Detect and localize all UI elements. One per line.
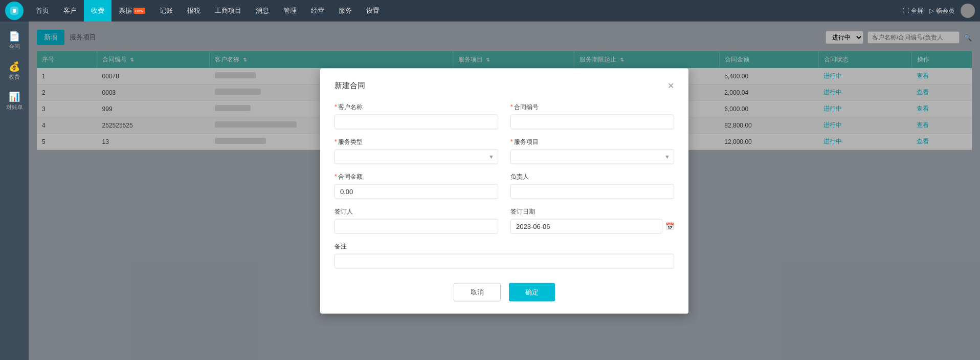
input-signer[interactable] — [335, 219, 498, 234]
main-layout: 📄 合同 💰 收费 📊 对账单 新增 服务项目 进行中 已完成 已取消 🔍 — [0, 22, 980, 360]
nav-invoice[interactable]: 票据 new — [112, 0, 152, 22]
close-icon[interactable]: ✕ — [667, 80, 674, 90]
field-service-type: *服务类型 ▼ — [335, 137, 498, 164]
sidebar: 📄 合同 💰 收费 📊 对账单 — [0, 22, 29, 360]
input-contract-amount[interactable] — [335, 184, 498, 199]
field-contract-amount: *合同金额 — [335, 172, 498, 199]
input-remark[interactable] — [335, 253, 674, 268]
nav-settings[interactable]: 设置 — [359, 0, 387, 22]
new-contract-modal: 新建合同 ✕ *客户名称 *合同编号 — [320, 68, 688, 313]
fullscreen-button[interactable]: ⛶ 全屏 — [903, 7, 923, 15]
nav-tax[interactable]: 报税 — [180, 0, 208, 22]
label-signer: 签订人 — [335, 207, 498, 216]
service-item-select-wrap: ▼ — [510, 149, 674, 164]
input-sign-date[interactable] — [510, 219, 662, 234]
field-customer-name: *客户名称 — [335, 102, 498, 129]
billing-icon: 💰 — [9, 61, 20, 72]
nav-message[interactable]: 消息 — [249, 0, 276, 22]
sidebar-label-contract: 合同 — [9, 43, 20, 51]
field-remark: 备注 — [335, 242, 674, 268]
statement-icon: 📊 — [9, 91, 20, 102]
nav-bookkeeping[interactable]: 记账 — [152, 0, 180, 22]
field-responsible: 负责人 — [510, 172, 674, 199]
field-contract-code: *合同编号 — [510, 102, 674, 129]
modal-title: 新建合同 — [335, 80, 365, 90]
top-navigation: 首页 客户 收费 票据 new 记账 报税 工商项目 消息 管理 经营 服务 设… — [0, 0, 980, 22]
service-type-select-wrap: ▼ — [335, 149, 498, 164]
confirm-button[interactable]: 确定 — [509, 283, 555, 301]
sidebar-item-statement[interactable]: 📊 对账单 — [2, 87, 27, 115]
nav-billing[interactable]: 收费 — [84, 0, 112, 22]
sidebar-label-billing: 收费 — [9, 73, 20, 81]
input-customer-name[interactable] — [335, 114, 498, 129]
label-remark: 备注 — [335, 242, 674, 250]
field-signer: 签订人 — [335, 207, 498, 234]
input-service-type[interactable] — [335, 149, 498, 164]
nav-service[interactable]: 服务 — [331, 0, 359, 22]
nav-business[interactable]: 工商项目 — [208, 0, 249, 22]
label-customer-name: *客户名称 — [335, 102, 498, 111]
contract-icon: 📄 — [9, 31, 20, 42]
field-service-item: *服务项目 ▼ — [510, 137, 674, 164]
input-responsible[interactable] — [510, 184, 674, 199]
cancel-button[interactable]: 取消 — [454, 283, 501, 301]
play-icon: ▷ — [929, 7, 934, 14]
fullscreen-icon: ⛶ — [903, 7, 909, 14]
modal-header: 新建合同 ✕ — [335, 80, 674, 90]
member-button[interactable]: ▷ 畅会员 — [929, 7, 954, 15]
sidebar-item-contract[interactable]: 📄 合同 — [2, 27, 27, 55]
field-sign-date: 签订日期 📅 — [510, 207, 674, 234]
input-contract-code[interactable] — [510, 114, 674, 129]
label-service-type: *服务类型 — [335, 137, 498, 146]
nav-customer[interactable]: 客户 — [56, 0, 84, 22]
label-contract-amount: *合同金额 — [335, 172, 498, 181]
date-wrap: 📅 — [510, 219, 674, 234]
label-sign-date: 签订日期 — [510, 207, 674, 216]
calendar-icon[interactable]: 📅 — [665, 222, 674, 230]
modal-footer: 取消 确定 — [335, 283, 674, 301]
new-badge: new — [133, 8, 145, 14]
label-contract-code: *合同编号 — [510, 102, 674, 111]
label-responsible: 负责人 — [510, 172, 674, 181]
app-logo — [5, 2, 24, 20]
sidebar-item-billing[interactable]: 💰 收费 — [2, 57, 27, 85]
input-service-item[interactable] — [510, 149, 674, 164]
content-area: 新增 服务项目 进行中 已完成 已取消 🔍 序号 合同编号 ⇅ 客户名 — [29, 22, 980, 360]
label-service-item: *服务项目 — [510, 137, 674, 146]
avatar[interactable] — [961, 4, 975, 18]
nav-home[interactable]: 首页 — [29, 0, 56, 22]
form-grid: *客户名称 *合同编号 *服务类型 — [335, 102, 674, 268]
right-actions: ⛶ 全屏 ▷ 畅会员 — [903, 4, 975, 18]
nav-admin[interactable]: 管理 — [276, 0, 304, 22]
sidebar-label-statement: 对账单 — [6, 103, 23, 111]
nav-operation[interactable]: 经营 — [304, 0, 331, 22]
nav-items: 首页 客户 收费 票据 new 记账 报税 工商项目 消息 管理 经营 服务 设… — [29, 0, 387, 22]
